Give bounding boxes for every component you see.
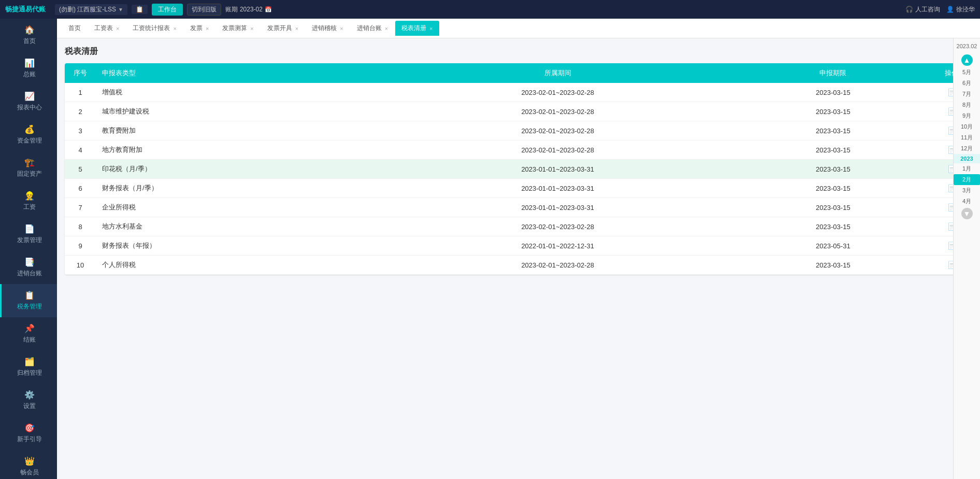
period-value: 2023-02 (240, 6, 263, 13)
month-1[interactable]: 1月 (954, 163, 980, 174)
content-area: 首页 工资表 × 工资统计报表 × 发票 × 发票测算 × 发票开具 × (57, 19, 980, 479)
cell-no: 1 (65, 83, 96, 102)
sidebar-item-ledger[interactable]: 📊 总账 (0, 52, 57, 85)
table-row: 8 地方水利基金 2023-02-01~2023-02-28 2023-03-1… (65, 217, 972, 236)
tab-payroll-close[interactable]: × (116, 25, 119, 32)
copy-button[interactable]: 📋 (132, 5, 148, 14)
period-display: 账期 2023-02 📅 (225, 5, 272, 14)
tab-purchase-ledger-label: 进销台账 (357, 24, 382, 33)
tab-home[interactable]: 首页 (62, 21, 87, 36)
sidebar-item-tax[interactable]: 📋 税务管理 (0, 284, 57, 317)
cell-type: 财务报表（年报） (96, 236, 380, 256)
scroll-up-button[interactable]: ▲ (961, 54, 973, 66)
col-no: 序号 (65, 63, 96, 83)
tab-invoices[interactable]: 发票 × (184, 21, 215, 36)
month-2-active[interactable]: 2月 (954, 174, 980, 185)
tab-payroll[interactable]: 工资表 × (88, 21, 125, 36)
sidebar-item-archive[interactable]: 🗂️ 归档管理 (0, 350, 57, 384)
sidebar-item-vip[interactable]: 👑 畅会员 (0, 450, 57, 479)
topbar-right: 🎧 人工咨询 👤 徐泾华 (905, 5, 975, 14)
tab-payroll-stats-close[interactable]: × (173, 25, 176, 32)
tab-invoice-open-close[interactable]: × (295, 25, 298, 32)
tab-invoice-open[interactable]: 发票开具 × (261, 21, 305, 36)
switch-button[interactable]: 切到旧版 (187, 4, 221, 16)
month-8[interactable]: 8月 (954, 100, 980, 110)
company-selector[interactable]: (勿删) 江西服宝-LSS ▼ (55, 4, 127, 15)
tab-purchase-check[interactable]: 进销稽核 × (306, 21, 349, 36)
tab-purchase-check-label: 进销稽核 (312, 24, 337, 33)
tab-invoice-calc[interactable]: 发票测算 × (216, 21, 260, 36)
month-11[interactable]: 11月 (954, 132, 980, 143)
tab-invoice-calc-close[interactable]: × (250, 25, 253, 32)
sidebar-label-salary: 工资 (23, 203, 36, 212)
sidebar-label-home: 首页 (23, 37, 36, 46)
sidebar-label-tax: 税务管理 (17, 302, 42, 311)
scroll-down-button[interactable]: ▼ (961, 208, 973, 219)
tab-tax-register[interactable]: 税表清册 × (395, 21, 439, 36)
table-row: 2 城市维护建设税 2023-02-01~2023-02-28 2023-03-… (65, 102, 972, 121)
workbench-button[interactable]: 工作台 (152, 4, 183, 16)
ai-consult-button[interactable]: 🎧 人工咨询 (905, 5, 940, 14)
tab-purchase-check-close[interactable]: × (340, 25, 343, 32)
table-row: 1 增值税 2023-02-01~2023-02-28 2023-03-15 📄 (65, 83, 972, 102)
sidebar-label-archive: 归档管理 (17, 369, 42, 377)
sidebar-label-invoices: 发票管理 (17, 236, 42, 245)
cell-period: 2023-02-01~2023-02-28 (380, 102, 736, 121)
sidebar-item-guide[interactable]: 🎯 新手引导 (0, 417, 57, 450)
cell-period: 2023-02-01~2023-02-28 (380, 83, 736, 102)
month-5[interactable]: 5月 (954, 67, 980, 78)
table-row: 10 个人所得税 2023-02-01~2023-02-28 2023-03-1… (65, 256, 972, 275)
cell-period: 2023-02-01~2023-02-28 (380, 121, 736, 140)
tab-purchase-ledger[interactable]: 进销台账 × (351, 21, 394, 36)
cell-period: 2023-01-01~2023-03-31 (380, 160, 736, 179)
month-12[interactable]: 12月 (954, 143, 980, 154)
user-menu[interactable]: 👤 徐泾华 (946, 5, 975, 14)
right-panel: 2023.02 ▲ 5月 6月 7月 8月 9月 10月 11月 12月 202… (953, 38, 980, 479)
cell-no: 6 (65, 179, 96, 198)
tab-invoices-label: 发票 (190, 24, 203, 33)
cell-type: 企业所得税 (96, 198, 380, 217)
sidebar-item-salary[interactable]: 👷 工资 (0, 185, 57, 218)
period-label: 账期 (225, 5, 238, 14)
sidebar-item-settings[interactable]: ⚙️ 设置 (0, 384, 57, 417)
sidebar-item-reports[interactable]: 📈 报表中心 (0, 85, 57, 118)
tax-icon: 📋 (24, 290, 35, 300)
cell-deadline: 2023-05-31 (736, 236, 931, 256)
cell-period: 2023-01-01~2023-03-31 (380, 179, 736, 198)
sidebar-label-reports: 报表中心 (17, 103, 42, 112)
cell-deadline: 2023-03-15 (736, 179, 931, 198)
tab-purchase-ledger-close[interactable]: × (385, 25, 388, 32)
sidebar-item-close[interactable]: 📌 结账 (0, 317, 57, 350)
main-layout: 🏠 首页 📊 总账 📈 报表中心 💰 资金管理 🏗️ 固定资产 👷 工资 📄 发… (0, 19, 980, 479)
tab-tax-register-close[interactable]: × (429, 25, 433, 32)
month-4[interactable]: 4月 (954, 196, 980, 207)
table-row: 9 财务报表（年报） 2022-01-01~2022-12-31 2023-05… (65, 236, 972, 256)
tab-payroll-stats[interactable]: 工资统计报表 × (126, 21, 182, 36)
cell-period: 2023-02-01~2023-02-28 (380, 256, 736, 275)
month-3[interactable]: 3月 (954, 185, 980, 196)
month-9[interactable]: 9月 (954, 110, 980, 121)
sidebar-item-funds[interactable]: 💰 资金管理 (0, 118, 57, 151)
settings-icon: ⚙️ (24, 390, 35, 400)
vip-icon: 👑 (24, 456, 35, 466)
col-period: 所属期间 (380, 63, 736, 83)
sidebar-item-assets[interactable]: 🏗️ 固定资产 (0, 151, 57, 185)
tab-invoice-calc-label: 发票测算 (222, 24, 247, 33)
sidebar-label-settings: 设置 (23, 402, 36, 411)
sidebar-label-assets: 固定资产 (17, 170, 42, 178)
cell-deadline: 2023-03-15 (736, 121, 931, 140)
cell-no: 7 (65, 198, 96, 217)
page-content: 税表清册 ↻ 刷新 序号 申报表类型 所属期间 申报期限 操作 (57, 38, 980, 479)
sidebar-item-invoices[interactable]: 📄 发票管理 (0, 218, 57, 251)
month-10[interactable]: 10月 (954, 121, 980, 132)
app-logo: 畅捷通易代账 (5, 5, 46, 14)
tab-invoices-close[interactable]: × (206, 25, 209, 32)
sidebar-item-home[interactable]: 🏠 首页 (0, 19, 57, 52)
calendar-icon[interactable]: 📅 (265, 6, 272, 13)
col-deadline: 申报期限 (736, 63, 931, 83)
reports-icon: 📈 (24, 91, 35, 101)
month-6[interactable]: 6月 (954, 78, 980, 89)
sidebar-item-purchase-sales[interactable]: 📑 进销台账 (0, 251, 57, 284)
company-name: (勿删) 江西服宝-LSS (59, 5, 116, 14)
month-7[interactable]: 7月 (954, 89, 980, 100)
